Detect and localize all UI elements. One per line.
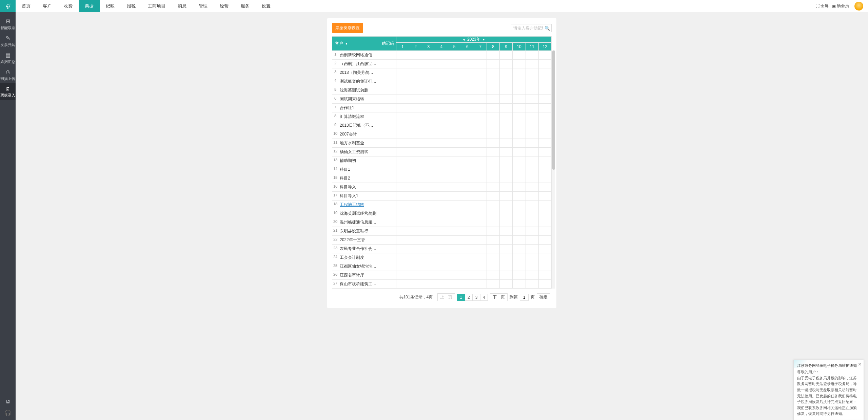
member-button[interactable]: ▣ 畅会员 — [832, 3, 849, 9]
fullscreen-label: 全屏 — [821, 3, 829, 9]
top-nav: 首页客户收费票据记账报税工商项目消息管理经营服务设置 ⛶ 全屏 ▣ 畅会员 — [0, 0, 868, 12]
app-logo[interactable] — [0, 0, 16, 12]
top-right: ⛶ 全屏 ▣ 畅会员 — [815, 2, 868, 10]
nav-item-4[interactable]: 记账 — [100, 0, 121, 12]
fullscreen-icon: ⛶ — [815, 4, 820, 8]
nav-item-11[interactable]: 设置 — [256, 0, 277, 12]
nav-items: 首页客户收费票据记账报税工商项目消息管理经营服务设置 — [16, 0, 277, 12]
nav-item-7[interactable]: 消息 — [172, 0, 193, 12]
play-icon: ▣ — [832, 4, 836, 8]
avatar[interactable] — [854, 2, 863, 10]
nav-item-10[interactable]: 服务 — [235, 0, 256, 12]
nav-item-0[interactable]: 首页 — [16, 0, 37, 12]
nav-item-9[interactable]: 经营 — [214, 0, 235, 12]
fullscreen-button[interactable]: ⛶ 全屏 — [815, 3, 829, 9]
nav-item-1[interactable]: 客户 — [37, 0, 58, 12]
feather-icon — [4, 3, 11, 9]
member-label: 畅会员 — [837, 3, 849, 9]
nav-item-8[interactable]: 管理 — [193, 0, 214, 12]
nav-item-6[interactable]: 工商项目 — [142, 0, 172, 12]
nav-item-3[interactable]: 票据 — [79, 0, 100, 12]
nav-item-5[interactable]: 报税 — [121, 0, 142, 12]
nav-item-2[interactable]: 收费 — [58, 0, 79, 12]
